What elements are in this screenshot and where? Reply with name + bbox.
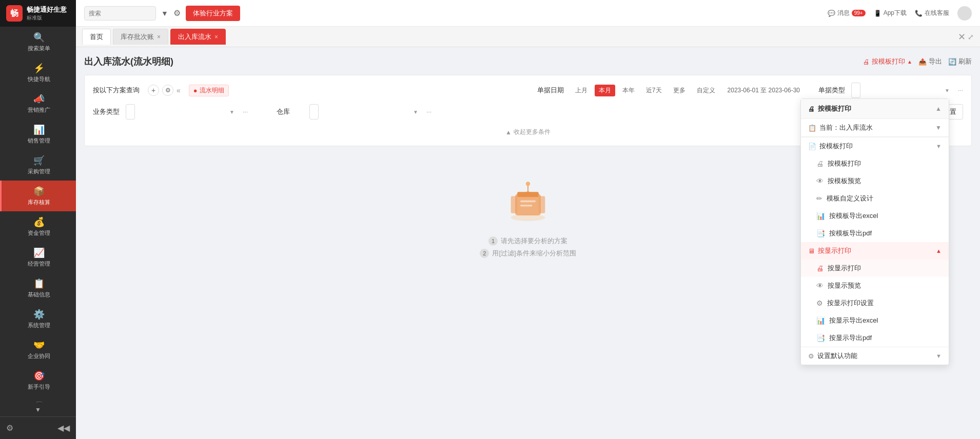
sidebar: 畅 畅捷通好生意 标准版 🔍 搜索菜单 ⚡ 快捷导航 📣 营销推广 📊 销售管理…: [0, 0, 76, 439]
close-page-icon[interactable]: ✕: [958, 31, 966, 43]
tip-2-num: 2: [480, 249, 489, 258]
dropdown-header-title-label: 按模板打印: [818, 104, 851, 113]
date-btn-7days[interactable]: 近7天: [642, 85, 666, 96]
refresh-btn[interactable]: 🔄 刷新: [948, 57, 972, 66]
collapse-sidebar-icon[interactable]: ◀◀: [57, 423, 70, 433]
tab-batch-ledger[interactable]: 库存批次账 ×: [113, 29, 168, 45]
page-actions: 🖨 按模板打印 ▲ 📤 导出 🔄 刷新: [863, 57, 972, 66]
filter-date-section: 单据日期 上月 本月 本年 近7天 更多 自定义 2023-06-01 至 20…: [237, 85, 800, 96]
sidebar-item-marketing[interactable]: 📣 营销推广: [0, 88, 76, 119]
app-download-btn[interactable]: 📱 App下载: [874, 9, 907, 17]
search-input[interactable]: [84, 6, 156, 21]
tab-home-label: 首页: [90, 32, 103, 42]
display-export-pdf-btn[interactable]: 📑 按显示导出pdf: [801, 329, 949, 347]
template-preview-label: 按模板预览: [828, 176, 861, 186]
display-pdf-label: 按显示导出pdf: [829, 333, 872, 343]
bill-type-more-icon[interactable]: ···: [958, 87, 963, 94]
sidebar-scroll-down-btn[interactable]: ▼: [0, 403, 76, 416]
date-btn-custom[interactable]: 自定义: [693, 85, 719, 96]
template-custom-icon: ✏: [816, 194, 822, 203]
empty-tip-1: 1 请先选择要分析的方案: [488, 236, 567, 246]
warehouse-label: 仓库: [277, 107, 305, 116]
template-export-pdf-btn[interactable]: 📑 按模板导出pdf: [801, 225, 949, 242]
sidebar-item-sales[interactable]: 📊 销售管理: [0, 119, 76, 150]
page-content: 出入库流水(流水明细) 🖨 按模板打印 ▲ 📤 导出 🔄 刷新: [76, 47, 980, 439]
date-btn-this-year[interactable]: 本年: [618, 85, 639, 96]
sidebar-item-app-center[interactable]: 📱 应用中心: [0, 396, 76, 403]
bill-type-select[interactable]: [851, 83, 860, 98]
current-arrow-icon[interactable]: ▼: [935, 124, 942, 131]
operations-icon: 📈: [33, 247, 45, 258]
sidebar-item-enterprise[interactable]: 🤝 企业协同: [0, 334, 76, 365]
display-section-arrow-icon: ▲: [936, 248, 942, 254]
warehouse-more-icon[interactable]: ···: [426, 108, 432, 115]
date-btn-last-month[interactable]: 上月: [571, 85, 592, 96]
template-custom-btn[interactable]: ✏ 模板自定义设计: [801, 190, 949, 207]
sidebar-item-system[interactable]: ⚙️ 系统管理: [0, 304, 76, 334]
user-avatar[interactable]: [957, 6, 972, 21]
sidebar-item-basic[interactable]: 📋 基础信息: [0, 273, 76, 304]
business-type-section: 业务类型 ···: [93, 104, 248, 119]
business-type-select[interactable]: [126, 104, 135, 119]
tab-flow[interactable]: 出入库流水 ×: [170, 29, 226, 45]
display-print-header[interactable]: 🖥 按显示打印 ▲: [801, 242, 949, 260]
template-print-header[interactable]: 📄 按模板打印 ▼: [801, 137, 949, 155]
tab-flow-close-icon[interactable]: ×: [214, 33, 218, 41]
empty-state-illustration: [502, 177, 554, 228]
template-excel-label: 按模板导出excel: [829, 211, 878, 221]
tab-home[interactable]: 首页: [82, 29, 111, 45]
display-print-btn[interactable]: 🖨 按显示打印: [801, 260, 949, 277]
filter-add-btn[interactable]: +: [148, 85, 159, 96]
dropdown-collapse-icon[interactable]: ▲: [935, 105, 942, 112]
display-pdf-icon: 📑: [816, 334, 825, 342]
display-settings-label: 按显示打印设置: [827, 298, 874, 308]
sidebar-footer: ⚙ ◀◀: [0, 416, 76, 439]
message-btn[interactable]: 💬 消息 99+: [828, 9, 866, 17]
date-btn-this-month[interactable]: 本月: [595, 85, 615, 96]
tab-actions: ✕ ⤢: [958, 31, 974, 43]
filter-collapse-btn[interactable]: «: [177, 86, 181, 94]
sidebar-item-quick-nav[interactable]: ⚡ 快捷导航: [0, 57, 76, 88]
sidebar-item-search[interactable]: 🔍 搜索菜单: [0, 27, 76, 57]
footer-arrow-icon: ▼: [936, 353, 942, 359]
template-export-excel-btn[interactable]: 📊 按模板导出excel: [801, 207, 949, 225]
settings-icon[interactable]: ⚙: [6, 423, 13, 433]
topbar-gear-icon[interactable]: ⚙: [173, 8, 181, 18]
sales-icon: 📊: [33, 124, 45, 135]
svg-rect-6: [520, 205, 532, 206]
sidebar-item-label: 系统管理: [28, 322, 50, 329]
tab-batch-ledger-close-icon[interactable]: ×: [157, 33, 161, 41]
sidebar-item-operations[interactable]: 📈 经营管理: [0, 242, 76, 273]
refresh-label: 刷新: [958, 57, 972, 66]
business-type-more-icon[interactable]: ···: [243, 108, 248, 115]
warehouse-select[interactable]: [309, 104, 319, 119]
tip-1-text: 请先选择要分析的方案: [501, 236, 567, 246]
template-print-btn[interactable]: 🖨 按模板打印: [801, 155, 949, 172]
sidebar-item-newbie[interactable]: 🎯 新手引导: [0, 365, 76, 396]
current-label: 当前：出入库流水: [819, 123, 873, 132]
export-btn[interactable]: 📤 导出: [918, 57, 942, 66]
inventory-icon: 📦: [33, 186, 45, 197]
dropdown-footer[interactable]: ⚙ 设置默认功能 ▼: [801, 347, 949, 365]
industry-btn[interactable]: 体验行业方案: [186, 6, 240, 21]
display-section-label: 按显示打印: [818, 246, 851, 255]
template-preview-btn[interactable]: 👁 按模板预览: [801, 172, 949, 190]
display-export-excel-btn[interactable]: 📊 按显示导出excel: [801, 312, 949, 329]
purchase-icon: 🛒: [33, 155, 45, 166]
sidebar-item-label: 营销推广: [28, 106, 50, 114]
template-pdf-icon: 📑: [816, 229, 825, 237]
template-print-icon: 🖨: [816, 159, 824, 168]
online-service-btn[interactable]: 📞 在线客服: [915, 9, 949, 17]
expand-page-icon[interactable]: ⤢: [968, 33, 974, 41]
print-dropdown-panel: 🖨 按模板打印 ▲ 📋 当前：出入库流水 ▼ 📄 按模板打印: [800, 98, 949, 365]
search-dropdown-icon[interactable]: ▼: [161, 9, 168, 17]
sidebar-item-inventory[interactable]: 📦 库存核算: [0, 181, 76, 211]
display-preview-btn[interactable]: 👁 按显示预览: [801, 277, 949, 294]
filter-setting-btn[interactable]: ⚙: [162, 85, 173, 96]
sidebar-item-finance[interactable]: 💰 资金管理: [0, 211, 76, 242]
warehouse-wrapper: [309, 104, 422, 119]
print-template-btn[interactable]: 🖨 按模板打印 ▲: [863, 57, 912, 66]
display-print-settings-btn[interactable]: ⚙ 按显示打印设置: [801, 294, 949, 312]
sidebar-item-purchase[interactable]: 🛒 采购管理: [0, 150, 76, 181]
date-btn-more[interactable]: 更多: [669, 85, 690, 96]
